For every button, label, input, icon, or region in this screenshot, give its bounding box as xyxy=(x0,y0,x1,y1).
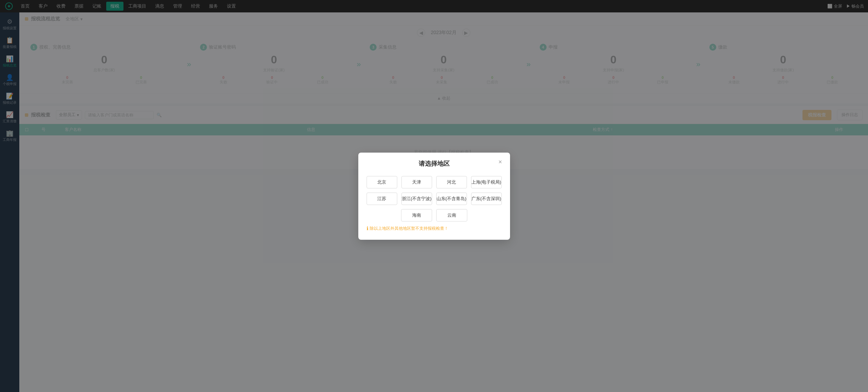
modal-warning: ℹ 除以上地区外其他地区暂不支持报税检查！ xyxy=(367,226,502,231)
modal-overlay: 请选择地区 × 北京天津河北上海(电子税局) 江苏浙江(不含宁波)山东(不含青岛… xyxy=(0,0,868,392)
region-btn-江苏[interactable]: 江苏 xyxy=(367,193,397,205)
region-btn-浙江(不含宁波)[interactable]: 浙江(不含宁波) xyxy=(401,193,432,205)
region-btn-天津[interactable]: 天津 xyxy=(401,176,432,188)
region-btn-广东(不含深圳)[interactable]: 广东(不含深圳) xyxy=(471,193,502,205)
region-row-3: 海南云南 xyxy=(367,209,502,221)
region-row-1: 北京天津河北上海(电子税局) xyxy=(367,176,502,188)
region-btn-云南[interactable]: 云南 xyxy=(436,209,467,221)
modal-title: 请选择地区 xyxy=(367,159,502,168)
region-btn-河北[interactable]: 河北 xyxy=(436,176,467,188)
modal-header: 请选择地区 × xyxy=(358,153,510,172)
region-btn-北京[interactable]: 北京 xyxy=(367,176,397,188)
region-row-2: 江苏浙江(不含宁波)山东(不含青岛)广东(不含深圳) xyxy=(367,193,502,205)
modal-body: 北京天津河北上海(电子税局) 江苏浙江(不含宁波)山东(不含青岛)广东(不含深圳… xyxy=(358,172,510,240)
warning-text: 除以上地区外其他地区暂不支持报税检查！ xyxy=(370,226,448,231)
region-btn-山东(不含青岛)[interactable]: 山东(不含青岛) xyxy=(436,193,467,205)
region-select-modal: 请选择地区 × 北京天津河北上海(电子税局) 江苏浙江(不含宁波)山东(不含青岛… xyxy=(358,153,510,240)
region-btn-海南[interactable]: 海南 xyxy=(401,209,432,221)
modal-close-btn[interactable]: × xyxy=(496,158,505,166)
warning-icon: ℹ xyxy=(367,226,368,231)
region-btn-上海(电子税局)[interactable]: 上海(电子税局) xyxy=(471,176,502,188)
